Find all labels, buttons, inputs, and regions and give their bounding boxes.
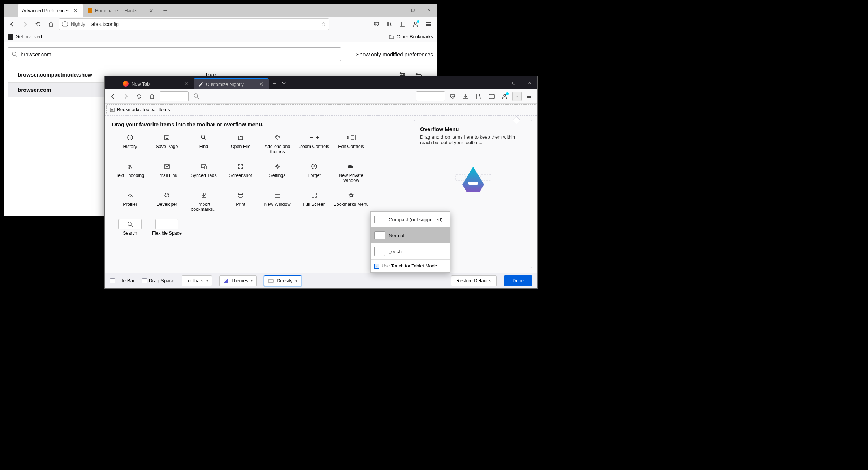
new-tab-button[interactable]: ＋ [160, 5, 170, 16]
pocket-icon [449, 93, 456, 100]
show-modified-checkbox[interactable]: Show only modified preferences [347, 51, 433, 57]
close-icon[interactable]: ✕ [148, 8, 154, 14]
palette-item-open-file[interactable]: Open File [223, 132, 259, 158]
palette-item-add-ons-and-themes[interactable]: Add-ons and themes [259, 132, 295, 158]
sidebar-button[interactable] [486, 91, 497, 102]
palette-item-synced-tabs[interactable]: Synced Tabs [186, 161, 222, 187]
toolbars-dropdown[interactable]: Toolbars ▾ [182, 275, 212, 286]
palette-item-profiler[interactable]: Profiler [112, 190, 148, 216]
back-button[interactable] [7, 19, 18, 30]
library-button[interactable] [384, 19, 395, 30]
titlebar: Advanced Preferences ✕ Homepage | gHacks… [4, 4, 437, 17]
palette-item-label: Email Link [156, 173, 177, 178]
close-icon[interactable]: ✕ [258, 81, 264, 87]
palette-item-forget[interactable]: Forget [296, 161, 332, 187]
palette-item-label: Save Page [156, 144, 178, 149]
tab-strip: New Tab ✕ Customize Nightly ✕ ＋ [105, 77, 288, 89]
themes-dropdown[interactable]: Themes ▾ [219, 275, 257, 286]
close-icon[interactable]: ✕ [183, 80, 189, 87]
minimize-button[interactable]: — [389, 4, 405, 15]
minimize-button[interactable]: — [490, 76, 506, 89]
back-button[interactable] [108, 91, 118, 102]
forward-button[interactable] [121, 91, 131, 102]
home-button[interactable] [147, 91, 157, 102]
search-icon [118, 219, 142, 229]
density-normal-option[interactable]: ← → Normal [371, 227, 450, 243]
checkbox-icon [110, 278, 115, 283]
maximize-button[interactable]: ▢ [506, 76, 522, 89]
density-dropdown[interactable]: Density ▾ [264, 275, 301, 286]
titlebar-checkbox[interactable]: Title Bar [110, 278, 135, 283]
palette-item-developer[interactable]: Developer [149, 190, 185, 216]
maximize-button[interactable]: ▢ [405, 4, 421, 15]
close-icon[interactable]: ✕ [73, 8, 79, 14]
library-button[interactable] [473, 91, 484, 102]
reload-button[interactable] [134, 91, 144, 102]
downloads-button[interactable] [460, 91, 471, 102]
paintbrush-icon [198, 82, 203, 87]
palette-item-bookmarks-menu[interactable]: Bookmarks Menu [333, 190, 369, 216]
touch-tablet-checkbox[interactable]: ✓ Use Touch for Tablet Mode [371, 260, 450, 272]
tab-customize-nightly[interactable]: Customize Nightly ✕ [194, 78, 269, 89]
reload-button[interactable] [33, 19, 44, 30]
density-touch-option[interactable]: ← → Touch [371, 243, 450, 259]
account-button[interactable] [499, 91, 510, 102]
tab-advanced-preferences[interactable]: Advanced Preferences ✕ [18, 4, 83, 17]
forward-button[interactable] [20, 19, 31, 30]
palette-item-find[interactable]: Find [186, 132, 222, 158]
svg-rect-30 [455, 174, 466, 181]
dragspace-checkbox[interactable]: Drag Space [142, 278, 174, 283]
palette-item-email-link[interactable]: Email Link [149, 161, 185, 187]
palette-item-history[interactable]: History [112, 132, 148, 158]
download-icon [462, 93, 469, 100]
bookmarks-toolbar-items[interactable]: Bookmarks Toolbar Items [106, 104, 536, 114]
palette-item-label: Full Screen [303, 202, 325, 207]
home-button[interactable] [46, 19, 57, 30]
palette-item-screenshot[interactable]: Screenshot [223, 161, 259, 187]
close-button[interactable]: ✕ [522, 76, 537, 89]
flexible-space-icon [155, 219, 178, 229]
private-window-icon [346, 161, 356, 171]
palette-item-settings[interactable]: Settings [259, 161, 295, 187]
tab-new-tab[interactable]: New Tab ✕ [118, 78, 194, 89]
app-menu-button[interactable] [423, 19, 434, 30]
palette-item-text-encoding[interactable]: あText Encoding [112, 161, 148, 187]
account-button[interactable] [410, 19, 421, 30]
url-bar[interactable]: Nightly about:config ☆ [59, 18, 329, 30]
search-bar-placeholder[interactable] [416, 91, 445, 101]
overflow-button[interactable]: » [512, 92, 522, 101]
pref-search-input[interactable]: browser.com [8, 47, 341, 61]
checkbox-label: Show only modified preferences [356, 51, 433, 57]
palette-item-full-screen[interactable]: Full Screen [296, 190, 332, 216]
bookmark-star-icon[interactable]: ☆ [321, 21, 326, 27]
palette-item-import-bookmarks[interactable]: Import bookmarks... [186, 190, 222, 216]
sidebar-button[interactable] [397, 19, 408, 30]
app-menu-button[interactable] [524, 91, 535, 102]
other-bookmarks-button[interactable]: Other Bookmarks [389, 34, 433, 40]
new-tab-button[interactable]: ＋ [269, 78, 280, 88]
density-compact-option[interactable]: ← → Compact (not supported) [371, 212, 450, 227]
restore-defaults-button[interactable]: Restore Defaults [451, 275, 497, 286]
search-slot[interactable] [191, 91, 202, 102]
palette-item-new-window[interactable]: New Window [259, 190, 295, 216]
text-encoding-icon: あ [125, 161, 135, 171]
palette-item-save-page[interactable]: Save Page [149, 132, 185, 158]
palette-item-zoom-controls[interactable]: Zoom Controls [296, 132, 332, 158]
palette-item-search[interactable]: Search [112, 219, 148, 244]
checkbox-checked-icon: ✓ [374, 264, 379, 269]
pocket-button[interactable] [371, 19, 382, 30]
toolbar-extras: » [416, 91, 535, 102]
url-bar-placeholder[interactable] [160, 91, 189, 101]
done-button[interactable]: Done [504, 275, 532, 286]
bookmark-get-involved[interactable]: Get Involved [8, 34, 42, 40]
tab-ghacks[interactable]: Homepage | gHacks Technolog ✕ [83, 4, 159, 17]
palette-item-print[interactable]: Print [223, 190, 259, 216]
list-all-tabs-button[interactable] [280, 81, 288, 85]
palette-item-edit-controls[interactable]: Edit Controls [333, 132, 369, 158]
palette-item-flexible-space[interactable]: Flexible Space [149, 219, 185, 244]
close-button[interactable]: ✕ [421, 4, 437, 15]
palette-item-label: Add-ons and themes [259, 144, 295, 154]
chevron-down-icon: ▾ [251, 279, 253, 283]
palette-item-new-private-window[interactable]: New Private Window [333, 161, 369, 187]
pocket-button[interactable] [447, 91, 458, 102]
